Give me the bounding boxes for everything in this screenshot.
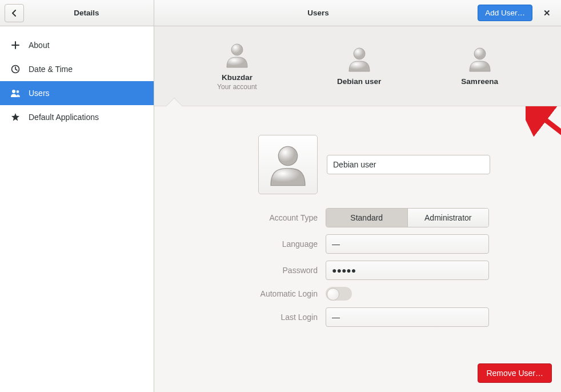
row-language: Language — (177, 234, 538, 254)
sidebar-item-about[interactable]: About (0, 33, 154, 57)
avatar-icon (265, 142, 311, 187)
details-title: Details (24, 9, 149, 17)
svg-point-6 (278, 146, 297, 165)
page-title: Users (159, 9, 478, 17)
language-button[interactable]: — (326, 234, 489, 254)
password-value: ●●●●● (332, 266, 356, 275)
sidebar-item-date-time[interactable]: Date & Time (0, 57, 154, 81)
user-tile-samreena[interactable]: Samreena (461, 45, 498, 87)
user-tile-debian-user[interactable]: Debian user (337, 45, 381, 87)
sidebar-item-label: Default Applications (29, 113, 99, 122)
user-carousel: Kbuzdar Your account Debian user Samreen… (154, 26, 561, 106)
user-tile-kbuzdar[interactable]: Kbuzdar Your account (217, 41, 257, 91)
last-login-button[interactable]: — (326, 307, 489, 327)
sidebar: About Date & Time Users Default Applicat… (0, 26, 154, 392)
user-name: Kbuzdar (222, 73, 253, 82)
chevron-left-icon (11, 10, 18, 17)
label-account-type: Account Type (177, 213, 326, 222)
people-icon (10, 88, 21, 98)
sidebar-item-label: About (29, 41, 50, 50)
svg-point-5 (474, 48, 486, 59)
titlebar: Details Users Add User… ✕ (0, 0, 561, 26)
back-button[interactable] (5, 4, 24, 22)
password-button[interactable]: ●●●●● (326, 261, 489, 280)
svg-point-2 (17, 90, 19, 93)
avatar-icon (466, 45, 494, 73)
full-name-input[interactable] (327, 155, 490, 174)
last-login-value: — (332, 313, 340, 322)
svg-point-3 (231, 44, 243, 55)
avatar-icon (346, 45, 373, 73)
user-name: Debian user (337, 77, 381, 86)
remove-user-button[interactable]: Remove User… (478, 363, 552, 383)
row-password: Password ●●●●● (177, 261, 538, 280)
sidebar-item-label: Users (29, 89, 50, 98)
label-password: Password (177, 266, 326, 275)
account-type-standard[interactable]: Standard (326, 209, 408, 227)
content: Kbuzdar Your account Debian user Samreen… (154, 26, 561, 392)
language-value: — (332, 239, 340, 249)
titlebar-right: Users Add User… ✕ (154, 0, 561, 26)
avatar-picker[interactable] (258, 135, 318, 194)
form-area: Account Type Standard Administrator Lang… (154, 106, 561, 392)
sidebar-item-default-applications[interactable]: Default Applications (0, 105, 154, 129)
main: About Date & Time Users Default Applicat… (0, 26, 561, 392)
name-row (177, 135, 538, 194)
avatar-icon (223, 41, 251, 69)
user-subtitle: Your account (217, 83, 257, 91)
titlebar-left: Details (0, 0, 154, 26)
close-button[interactable]: ✕ (537, 3, 556, 23)
automatic-login-toggle[interactable] (326, 287, 352, 301)
label-language: Language (177, 239, 326, 249)
close-icon: ✕ (543, 8, 551, 18)
add-user-button[interactable]: Add User… (478, 5, 532, 21)
plus-icon (10, 40, 21, 50)
svg-point-1 (12, 90, 15, 93)
user-name: Samreena (461, 77, 498, 86)
sidebar-item-label: Date & Time (29, 65, 73, 74)
account-type-administrator[interactable]: Administrator (408, 209, 489, 227)
row-last-login: Last Login — (177, 307, 538, 327)
star-icon (10, 112, 21, 122)
row-automatic-login: Automatic Login (177, 287, 538, 301)
clock-icon (10, 64, 21, 74)
label-automatic-login: Automatic Login (177, 289, 326, 298)
svg-point-4 (354, 48, 365, 59)
label-last-login: Last Login (177, 313, 326, 322)
row-account-type: Account Type Standard Administrator (177, 208, 538, 227)
account-type-toggle: Standard Administrator (326, 208, 489, 227)
sidebar-item-users[interactable]: Users (0, 81, 154, 105)
